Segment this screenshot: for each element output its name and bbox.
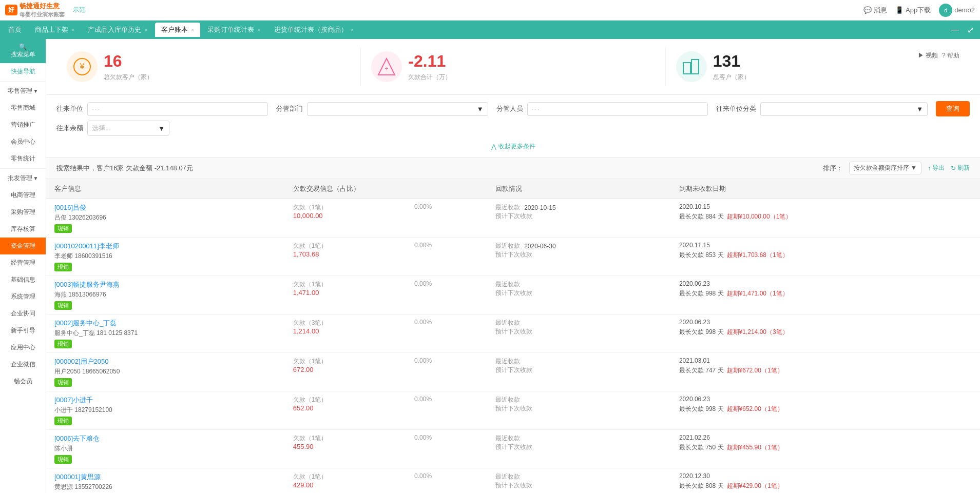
close-icon[interactable]: × (191, 27, 194, 33)
customer-name[interactable]: [000001]黄思源 (54, 472, 277, 482)
close-icon[interactable]: × (351, 27, 354, 33)
svg-text:+: + (385, 65, 389, 72)
cell-debt-percent: 0.00% (406, 353, 487, 391)
sidebar-search[interactable]: 🔍 搜索菜单 (0, 39, 46, 63)
sidebar-item-system-mgmt[interactable]: 系统管理 (0, 288, 46, 305)
tab-purchase-stats[interactable]: 进货单统计表（按商品） × (268, 23, 360, 37)
export-btn[interactable]: ↑ 导出 (928, 164, 945, 172)
overdue-amount[interactable]: 超期¥1,703.68（1笔） (727, 251, 789, 260)
tab-customer-account[interactable]: 客户账本 × (155, 23, 200, 37)
due-date: 2020.06.23 (679, 280, 972, 287)
sidebar-item-basic-info[interactable]: 基础信息 (0, 271, 46, 288)
from-unit-input[interactable]: ··· (87, 102, 268, 116)
dept-input[interactable]: ▼ (307, 102, 488, 116)
sidebar-item-operations-mgmt[interactable]: 经营管理 (0, 254, 46, 271)
cell-debt-desc: 欠款（1笔） 455.90 (285, 430, 406, 468)
debt-amount[interactable]: 1,703.68 (293, 250, 398, 258)
user-avatar[interactable]: d demo2 (939, 4, 975, 17)
customer-contact: 用户2050 18665062050 (54, 367, 277, 376)
close-icon[interactable]: × (144, 27, 147, 33)
menu-toggle[interactable]: 示范 (73, 6, 85, 14)
results-summary: 搜索结果中，客户16家 欠款金额 -21,148.07元 (56, 164, 193, 173)
cell-debt-desc: 欠款（3笔） 1,214.00 (285, 314, 406, 353)
table-row: [000001]黄思源 黄思源 13552700226 现销 欠款（1笔） 42… (46, 468, 980, 494)
sidebar-item-enterprise-collab[interactable]: 企业协同 (0, 305, 46, 322)
debt-amount[interactable]: 1,214.00 (293, 327, 398, 335)
balance-input[interactable]: 选择... ▼ (87, 121, 169, 136)
filter-manager-label: 分管人员 (496, 104, 523, 113)
tab-purchase-stats-label: 进货单统计表（按商品） (274, 25, 348, 34)
sidebar-item-app-center[interactable]: 应用中心 (0, 339, 46, 356)
sidebar-item-marketing[interactable]: 营销推广 (0, 116, 46, 133)
search-button[interactable]: 查询 (936, 101, 970, 116)
debt-desc: 欠款（1笔） (293, 434, 398, 443)
collapse-btn[interactable]: ⋀ 收起更多条件 (56, 140, 970, 153)
customer-name[interactable]: [00010200011]李老师 (54, 242, 277, 251)
sidebar-item-ecommerce-mgmt[interactable]: 电商管理 (0, 187, 46, 204)
tab-product-history[interactable]: 产成品入库单历史 × (82, 23, 153, 37)
sidebar-item-basic-info-label: 基础信息 (11, 276, 35, 283)
sidebar-item-inventory-check[interactable]: 库存核算 (0, 221, 46, 238)
customer-name[interactable]: [000002]用户2050 (54, 357, 277, 366)
overdue-amount[interactable]: 超期¥455.90（1笔） (727, 443, 783, 452)
sidebar-item-retail-mall[interactable]: 零售商城 (0, 100, 46, 116)
table-row: [0006]去下粮仓 陈小册 现销 欠款（1笔） 455.90 0.00% 最近… (46, 430, 980, 468)
stat-label-arrears: 总欠款客户（家） (104, 73, 153, 82)
close-icon[interactable]: × (71, 27, 74, 33)
debt-amount[interactable]: 652.00 (293, 404, 398, 412)
unit-category-input[interactable]: ▼ (760, 102, 928, 116)
customer-name[interactable]: [0002]服务中心_丁磊 (54, 319, 277, 328)
sidebar-item-retail-mgmt[interactable]: 零售管理 ▼ (0, 83, 46, 100)
tab-home[interactable]: 首页 (2, 23, 28, 37)
logo: 好 畅捷通好生意 母婴行业演示账套 (5, 2, 65, 18)
tab-product-up-down[interactable]: 商品上下架 × (29, 23, 81, 37)
sidebar-item-capital-mgmt[interactable]: 资金管理 (0, 238, 46, 254)
debt-amount[interactable]: 672.00 (293, 366, 398, 373)
overdue-amount[interactable]: 超期¥1,214.00（3笔） (727, 328, 789, 337)
help-btn[interactable]: ? 帮助 (942, 51, 959, 60)
debt-desc: 欠款（1笔） (293, 203, 398, 212)
debt-amount[interactable]: 10,000.00 (293, 212, 398, 220)
sidebar-item-purchase-mgmt[interactable]: 采购管理 (0, 204, 46, 221)
sidebar-item-member-center[interactable]: 会员中心 (0, 133, 46, 150)
cell-due-date: 2020.06.23 最长欠款 998 天 超期¥1,214.00（3笔） (671, 314, 980, 353)
sidebar: 🔍 搜索菜单 快捷导航 零售管理 ▼ 零售商城 营销推广 会员中心 零售统计 批… (0, 39, 46, 493)
customer-name[interactable]: [0006]去下粮仓 (54, 434, 277, 443)
close-icon[interactable]: × (257, 27, 260, 33)
sidebar-item-member-vip[interactable]: 畅会员 (0, 373, 46, 390)
debt-amount[interactable]: 429.00 (293, 481, 398, 489)
manager-input[interactable]: ··· (527, 102, 708, 116)
message-btn[interactable]: 💬 消息 (863, 6, 887, 15)
customer-name[interactable]: [0007]小进千 (54, 396, 277, 405)
sidebar-item-batch-mgmt[interactable]: 批发管理 ▼ (0, 170, 46, 187)
overdue-amount[interactable]: 超期¥429.00（1笔） (727, 482, 783, 490)
chevron-down-icon: ▼ (911, 164, 917, 171)
top-bar: 好 畅捷通好生意 母婴行业演示账套 示范 💬 消息 📱 App下载 d demo… (0, 0, 980, 21)
tab-purchase-order[interactable]: 采购订单统计表 × (201, 23, 266, 37)
sidebar-quick-nav[interactable]: 快捷导航 (0, 63, 46, 80)
overdue-amount[interactable]: 超期¥652.00（1笔） (727, 405, 783, 413)
customer-name[interactable]: [0016]吕俊 (54, 203, 277, 212)
overdue-amount[interactable]: 超期¥10,000.00（1笔） (727, 212, 792, 221)
overdue-amount[interactable]: 超期¥672.00（1笔） (727, 366, 783, 375)
view-video-btn[interactable]: ▶ 视频 (918, 51, 938, 60)
sort-select[interactable]: 按欠款金额倒序排序 ▼ (849, 162, 921, 174)
sidebar-item-retail-stats[interactable]: 零售统计 (0, 150, 46, 167)
debt-amount[interactable]: 455.90 (293, 443, 398, 450)
cell-debt-desc: 欠款（1笔） 652.00 (285, 391, 406, 430)
cell-debt-percent: 0.00% (406, 276, 487, 314)
overdue-amount[interactable]: 超期¥1,471.00（1笔） (727, 289, 789, 298)
debt-amount[interactable]: 1,471.00 (293, 289, 398, 297)
stat-icon-total (676, 51, 707, 82)
manager-dots: ··· (532, 105, 541, 113)
sidebar-item-new-guide[interactable]: 新手引导 (0, 322, 46, 339)
refresh-btn[interactable]: ↻ 刷新 (951, 164, 970, 172)
table-header-row: 客户信息 欠款交易信息（占比） 回款情况 到期未收款日期 (46, 179, 980, 199)
customer-tag: 现销 (54, 417, 72, 425)
minimize-btn[interactable]: — (947, 25, 963, 34)
overdue-days: 最长欠款 998 天 (679, 328, 724, 337)
maximize-btn[interactable]: ⤢ (963, 25, 978, 35)
customer-name[interactable]: [0003]畅捷服务尹海燕 (54, 280, 277, 289)
sidebar-item-enterprise-wechat[interactable]: 企业微信 (0, 356, 46, 373)
app-download-btn[interactable]: 📱 App下载 (895, 6, 931, 15)
